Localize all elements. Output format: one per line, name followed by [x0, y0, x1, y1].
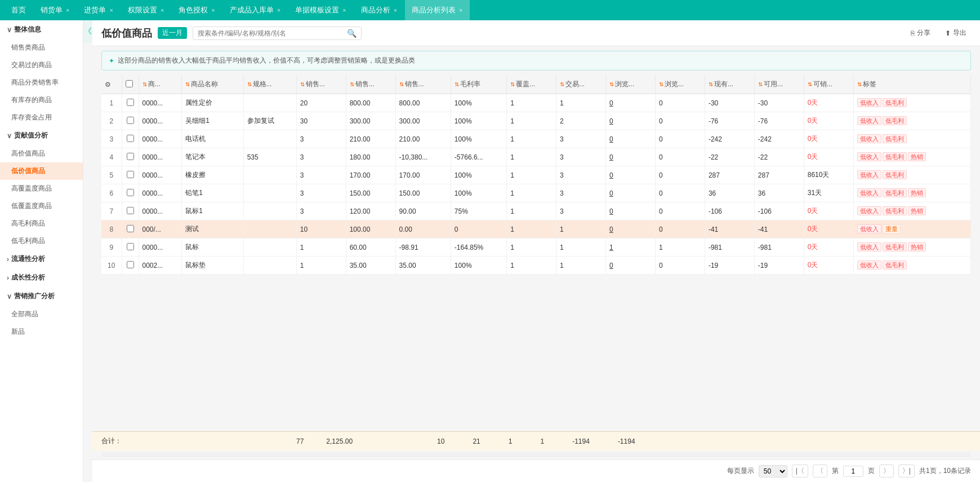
- view1-link[interactable]: 0: [609, 153, 613, 161]
- row-view1[interactable]: 0: [606, 202, 656, 220]
- row-check[interactable]: [122, 220, 139, 238]
- view1-link[interactable]: 0: [609, 262, 613, 269]
- last-page-btn[interactable]: 〉|: [898, 465, 915, 477]
- th-name[interactable]: ⇅商品名称: [182, 75, 244, 94]
- th-settings[interactable]: ⚙: [101, 75, 122, 94]
- th-tags[interactable]: ⇅标签: [853, 75, 970, 94]
- view1-link[interactable]: 0: [609, 225, 613, 233]
- row-check[interactable]: [122, 184, 139, 202]
- nav-analysis-close[interactable]: ×: [394, 7, 397, 14]
- row-check[interactable]: [122, 112, 139, 130]
- view1-link[interactable]: 1: [609, 244, 613, 251]
- row-checkbox[interactable]: [127, 99, 134, 106]
- view1-link[interactable]: 0: [609, 117, 613, 125]
- row-check[interactable]: [122, 238, 139, 257]
- row-view1[interactable]: 0: [606, 112, 656, 130]
- row-check[interactable]: [122, 130, 139, 148]
- row-view1[interactable]: 0: [606, 220, 656, 238]
- sidebar-item-high-margin[interactable]: 高毛利商品: [0, 215, 83, 232]
- row-check[interactable]: [122, 94, 139, 112]
- select-all-checkbox[interactable]: [126, 80, 133, 87]
- sidebar-item-category-rate[interactable]: 商品分类销售率: [0, 74, 83, 91]
- th-view2[interactable]: ⇅浏览...: [655, 75, 705, 94]
- row-view1[interactable]: 0: [606, 94, 656, 112]
- filter-tag-month[interactable]: 近一月: [158, 27, 187, 39]
- nav-role-close[interactable]: ×: [211, 7, 215, 14]
- row-checkbox[interactable]: [127, 261, 134, 268]
- nav-home[interactable]: 首页: [5, 0, 33, 20]
- th-current[interactable]: ⇅现有...: [705, 75, 754, 94]
- page-input[interactable]: [843, 466, 863, 477]
- export-button[interactable]: ⬆ 导出: [941, 26, 971, 40]
- nav-purchase[interactable]: 进货单 ×: [77, 0, 119, 20]
- th-amount2[interactable]: ⇅销售...: [395, 75, 451, 94]
- nav-permission[interactable]: 权限设置 ×: [121, 0, 171, 20]
- view1-link[interactable]: 0: [609, 207, 613, 215]
- sidebar-item-stock-goods[interactable]: 有库存的商品: [0, 91, 83, 109]
- th-view1[interactable]: ⇅浏览...: [606, 75, 656, 94]
- nav-analysis-list[interactable]: 商品分析列表 ×: [405, 0, 469, 20]
- next-page-btn[interactable]: 〉: [879, 465, 894, 477]
- th-spec[interactable]: ⇅规格...: [243, 75, 296, 94]
- row-view1[interactable]: 0: [606, 184, 656, 202]
- sidebar-item-low-margin[interactable]: 低毛利商品: [0, 232, 83, 250]
- sidebar-item-low-coverage[interactable]: 低覆盖度商品: [0, 197, 83, 215]
- sidebar-collapse-btn[interactable]: 《: [83, 20, 92, 43]
- th-coverage[interactable]: ⇅覆盖...: [507, 75, 556, 94]
- nav-product[interactable]: 产成品入库单 ×: [223, 0, 287, 20]
- th-margin[interactable]: ⇅毛利率: [451, 75, 506, 94]
- th-trade[interactable]: ⇅交易...: [556, 75, 606, 94]
- th-available[interactable]: ⇅可用...: [754, 75, 804, 94]
- sidebar-item-traded[interactable]: 交易过的商品: [0, 56, 83, 74]
- row-checkbox[interactable]: [127, 243, 134, 250]
- nav-analysis[interactable]: 商品分析 ×: [354, 0, 404, 20]
- row-checkbox[interactable]: [127, 135, 134, 142]
- row-check[interactable]: [122, 257, 139, 275]
- row-check[interactable]: [122, 202, 139, 220]
- row-check[interactable]: [122, 166, 139, 184]
- row-check[interactable]: [122, 148, 139, 166]
- per-page-select[interactable]: 50 100 200: [759, 465, 787, 477]
- first-page-btn[interactable]: |〈: [792, 465, 808, 477]
- sidebar-item-capital[interactable]: 库存资金占用: [0, 109, 83, 126]
- row-view1[interactable]: 0: [606, 257, 656, 275]
- sidebar-item-high-value[interactable]: 高价值商品: [0, 145, 83, 162]
- view1-link[interactable]: 0: [609, 171, 613, 179]
- nav-template-close[interactable]: ×: [342, 7, 346, 14]
- row-view1[interactable]: 1: [606, 238, 656, 257]
- nav-sales[interactable]: 销货单 ×: [34, 0, 76, 20]
- row-view1[interactable]: 0: [606, 166, 656, 184]
- row-checkbox[interactable]: [127, 117, 134, 124]
- nav-sales-close[interactable]: ×: [66, 7, 69, 14]
- row-view1[interactable]: 0: [606, 130, 656, 148]
- th-saleable[interactable]: ⇅可销...: [804, 75, 853, 94]
- sidebar-group-growth[interactable]: ›成长性分析: [0, 268, 83, 287]
- search-input[interactable]: [198, 29, 344, 37]
- sidebar-item-low-value[interactable]: 低价值商品: [0, 162, 83, 180]
- nav-template[interactable]: 单据模板设置 ×: [288, 0, 353, 20]
- sidebar-group-marketing[interactable]: ∨营销推广分析: [0, 287, 83, 306]
- th-amount[interactable]: ⇅销售...: [346, 75, 395, 94]
- search-icon[interactable]: 🔍: [347, 29, 357, 38]
- nav-product-close[interactable]: ×: [277, 7, 280, 14]
- th-code[interactable]: ⇅商...: [139, 75, 182, 94]
- horizontal-scrollbar[interactable]: [101, 453, 971, 457]
- sidebar-item-new-goods[interactable]: 新品: [0, 323, 83, 341]
- nav-analysis-list-close[interactable]: ×: [459, 7, 462, 14]
- sidebar-item-high-coverage[interactable]: 高覆盖度商品: [0, 180, 83, 197]
- nav-purchase-close[interactable]: ×: [109, 7, 113, 14]
- nav-permission-close[interactable]: ×: [161, 7, 164, 14]
- th-qty[interactable]: ⇅销售...: [296, 75, 346, 94]
- th-check[interactable]: [122, 75, 139, 94]
- sidebar-item-all-goods[interactable]: 全部商品: [0, 306, 83, 323]
- row-checkbox[interactable]: [127, 207, 134, 214]
- view1-link[interactable]: 0: [609, 99, 613, 107]
- sidebar-group-contribution[interactable]: ∨贡献值分析: [0, 126, 83, 145]
- sidebar-item-sales-goods[interactable]: 销售类商品: [0, 39, 83, 56]
- row-checkbox[interactable]: [127, 171, 134, 178]
- row-checkbox[interactable]: [127, 189, 134, 196]
- row-checkbox[interactable]: [127, 153, 134, 160]
- share-button[interactable]: ⎘ 分享: [906, 26, 935, 40]
- prev-page-btn[interactable]: 〈: [813, 465, 827, 477]
- sidebar-group-overall[interactable]: ∨整体信息: [0, 20, 83, 39]
